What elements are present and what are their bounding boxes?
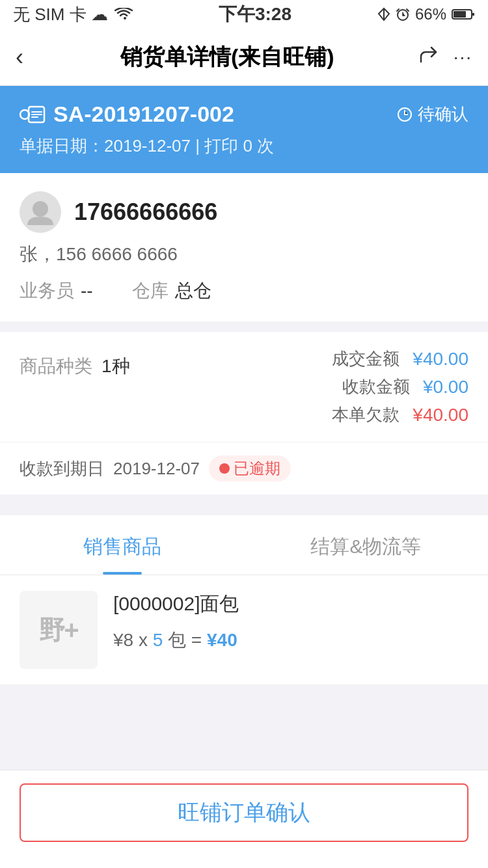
nav-bar: ‹ 销货单详情(来自旺铺) ···: [0, 29, 488, 86]
warehouse-label: 仓库: [132, 278, 169, 303]
table-row: 野+ [0000002]面包 ¥8 x 5 包 = ¥40: [0, 575, 488, 685]
wifi-icon: [115, 8, 133, 21]
product-thumb-text: 野+: [39, 612, 77, 648]
product-name: [0000002]面包: [113, 591, 468, 617]
status-bar-right: 66%: [377, 5, 475, 23]
goods-type: 商品种类 1种: [20, 347, 332, 379]
battery-icon: [452, 8, 475, 21]
product-info: [0000002]面包 ¥8 x 5 包 = ¥40: [113, 591, 468, 669]
order-number: SA-20191207-002: [20, 102, 234, 127]
order-header-card: SA-20191207-002 待确认 单据日期：2019-12-07 | 打印…: [0, 86, 488, 173]
svg-point-6: [33, 201, 48, 217]
product-list: 野+ [0000002]面包 ¥8 x 5 包 = ¥40: [0, 575, 488, 685]
overdue-dot-icon: [219, 463, 230, 474]
tab-goods[interactable]: 销售商品: [0, 515, 244, 575]
tabs-container: 销售商品 结算&物流等: [0, 515, 488, 575]
order-icon: [20, 104, 46, 125]
product-price: ¥8: [113, 630, 133, 650]
customer-name: 张，156 6666 6666: [20, 242, 468, 267]
customer-phone: 17666666666: [74, 198, 217, 226]
product-total: ¥40: [207, 630, 237, 650]
avatar: [20, 191, 61, 233]
goods-type-label: 商品种类: [20, 354, 92, 379]
customer-meta: 业务员 -- 仓库 总仓: [20, 278, 468, 303]
divider-1: [0, 321, 488, 332]
equals-sign: =: [191, 630, 207, 650]
svg-rect-2: [454, 11, 466, 18]
confirm-button[interactable]: 旺铺订单确认: [20, 783, 468, 842]
overdue-text: 已逾期: [234, 458, 280, 479]
due-date-bar: 收款到期日 2019-12-07 已逾期: [0, 442, 488, 495]
debt-value: ¥40.00: [413, 405, 468, 426]
received-label: 收款金额: [342, 375, 410, 398]
order-status: 待确认: [397, 103, 468, 126]
summary-amounts: 成交金额 ¥40.00 收款金额 ¥0.00 本单欠款 ¥40.00: [332, 347, 468, 426]
warehouse-value: 总仓: [175, 278, 211, 303]
status-time: 下午3:28: [219, 2, 291, 27]
clock-icon: [397, 107, 413, 122]
debt-label: 本单欠款: [332, 403, 400, 426]
share-icon[interactable]: [418, 45, 438, 70]
divider-2: [0, 495, 488, 505]
more-icon[interactable]: ···: [454, 47, 472, 68]
battery-text: 66%: [415, 5, 446, 23]
summary-card: 商品种类 1种 成交金额 ¥40.00 收款金额 ¥0.00 本单欠款 ¥40.…: [0, 332, 488, 442]
tab-settlement[interactable]: 结算&物流等: [244, 515, 488, 575]
bottom-bar: 旺铺订单确认: [0, 770, 488, 868]
customer-card: 17666666666 张，156 6666 6666 业务员 -- 仓库 总仓: [0, 173, 488, 321]
product-calc: ¥8 x 5 包 = ¥40: [113, 628, 468, 653]
goods-type-value: 1种: [102, 354, 130, 379]
order-date-line: 单据日期：2019-12-07 | 打印 0 次: [20, 135, 468, 157]
sales-label: 业务员: [20, 278, 74, 303]
product-thumbnail: 野+: [20, 591, 98, 669]
no-sim-text: 无 SIM 卡 ☁: [13, 3, 108, 26]
nav-actions: ···: [418, 45, 472, 70]
sales-value: --: [81, 280, 93, 301]
due-date-value: 2019-12-07: [113, 459, 200, 479]
product-unit: 包: [168, 630, 186, 650]
page-title: 销货单详情(来自旺铺): [36, 42, 418, 72]
due-date-label: 收款到期日: [20, 457, 104, 480]
back-button[interactable]: ‹: [16, 44, 36, 71]
status-bar-left: 无 SIM 卡 ☁: [13, 3, 133, 26]
location-icon: [377, 7, 390, 21]
status-bar: 无 SIM 卡 ☁ 下午3:28 66%: [0, 0, 488, 29]
alarm-icon: [396, 7, 410, 21]
product-qty: 5: [153, 630, 163, 650]
amount-label: 成交金额: [332, 347, 400, 370]
multiply-sign: x: [139, 630, 153, 650]
received-value: ¥0.00: [423, 377, 468, 398]
amount-value: ¥40.00: [413, 349, 468, 370]
overdue-badge: 已逾期: [209, 455, 291, 481]
